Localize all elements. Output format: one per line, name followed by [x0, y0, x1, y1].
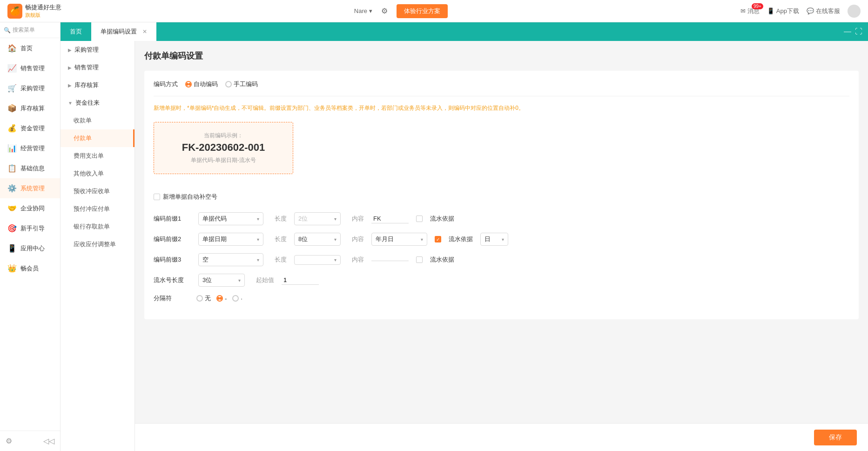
sidebar-item-vip[interactable]: 👑 畅会员	[0, 258, 60, 278]
sidebar-item-newguide-label: 新手引导	[20, 224, 45, 233]
manual-encoding-radio[interactable]: 手工编码	[225, 80, 258, 88]
sub-item-receipt[interactable]: 收款单	[61, 112, 135, 129]
bottom-bar: 保存	[135, 423, 868, 451]
arrow-capital-icon: ▼	[68, 101, 73, 106]
sub-item-prepay-payment[interactable]: 预付冲应付单	[61, 200, 135, 218]
app-download-button[interactable]: 📱 App下载	[767, 7, 799, 15]
prefix3-row: 编码前缀3 空 ▾ 长度 ▾ 内容	[154, 253, 849, 266]
page-content: 付款单编码设置 编码方式 自动编码	[135, 41, 868, 423]
sidebar-item-finance[interactable]: 💰 资金管理	[0, 118, 60, 138]
tab-bar: 首页 单据编码设置 ✕ — ⛶	[61, 22, 868, 41]
stream2-period-select[interactable]: 日 ▾	[480, 233, 508, 246]
sub-group-purchase: ▶ 采购管理	[61, 41, 135, 59]
tab-close-icon[interactable]: ✕	[142, 28, 147, 35]
stream1-label: 流水依据	[430, 215, 454, 223]
sidebar-item-operations-label: 经营管理	[20, 144, 45, 153]
sales-icon: 📈	[7, 64, 17, 73]
sub-header-inventory[interactable]: ▶ 库存核算	[61, 76, 135, 94]
serial-length-select[interactable]: 3位 ▾	[198, 274, 245, 287]
search-menu[interactable]: 🔍 搜索菜单	[0, 22, 60, 38]
auto-fill-checkbox[interactable]	[154, 194, 160, 200]
stream1-checkbox[interactable]	[416, 215, 423, 222]
length2-select[interactable]: 8位 ▾	[294, 233, 341, 246]
sidebar-item-system[interactable]: ⚙️ 系统管理	[0, 178, 60, 198]
sub-item-prepay-receivable[interactable]: 预收冲应收单	[61, 182, 135, 200]
sub-group-sales: ▶ 销售管理	[61, 59, 135, 76]
length3-label: 长度	[275, 256, 287, 264]
sub-item-expense[interactable]: 费用支出单	[61, 147, 135, 165]
settings-icon[interactable]: ⚙	[378, 5, 391, 18]
sub-item-other-income[interactable]: 其他收入单	[61, 165, 135, 182]
tab-home[interactable]: 首页	[61, 22, 91, 41]
auto-radio-circle	[185, 81, 192, 88]
serial-length-value: 3位	[202, 276, 212, 284]
sep-dash-radio-circle	[216, 295, 223, 302]
content2-label: 内容	[352, 235, 364, 243]
sub-header-sales[interactable]: ▶ 销售管理	[61, 59, 135, 76]
sidebar-item-sales-label: 销售管理	[20, 64, 45, 73]
content1-label: 内容	[352, 215, 364, 223]
sidebar-item-purchase-label: 采购管理	[20, 84, 45, 93]
sep-none-radio[interactable]: 无	[196, 294, 211, 303]
auto-encoding-radio[interactable]: 自动编码	[185, 80, 218, 88]
sidebar-item-inventory[interactable]: 📦 库存核算	[0, 98, 60, 118]
sidebar-item-purchase[interactable]: 🛒 采购管理	[0, 78, 60, 98]
sidebar-item-operations[interactable]: 📊 经营管理	[0, 138, 60, 158]
sub-header-sales-label: 销售管理	[74, 63, 99, 72]
sidebar-item-enterprise[interactable]: 🤝 企业协同	[0, 198, 60, 218]
sep-dot-value: ·	[241, 295, 242, 302]
page-title: 付款单编码设置	[144, 50, 859, 61]
tab-encoding[interactable]: 单据编码设置 ✕	[91, 22, 156, 41]
finance-icon: 💰	[7, 124, 17, 133]
info-text: 新增单据时，*单据编码*自动生成，不可编辑。前缀设置为部门、业务员等档案类，开单…	[154, 104, 849, 113]
content2-select[interactable]: 年月日 ▾	[371, 233, 427, 246]
sidebar-item-newguide[interactable]: 🎯 新手引导	[0, 218, 60, 238]
length3-chevron-icon: ▾	[334, 257, 336, 263]
sep-dot-radio[interactable]: ·	[232, 295, 242, 302]
sub-header-inventory-label: 库存核算	[74, 81, 99, 89]
purchase-icon: 🛒	[7, 84, 17, 93]
message-button[interactable]: ✉ 消息 99+	[740, 7, 760, 15]
sidebar-item-appcenter[interactable]: 📱 应用中心	[0, 238, 60, 258]
tab-maximize-icon[interactable]: ⛶	[855, 27, 862, 36]
sub-header-capital[interactable]: ▼ 资金往来	[61, 94, 135, 112]
sidebar-item-vip-label: 畅会员	[20, 264, 39, 273]
prefix3-value: 空	[202, 256, 209, 264]
sub-item-payment[interactable]: 付款单	[61, 129, 135, 147]
system-icon: ⚙️	[7, 184, 17, 193]
trial-button[interactable]: 体验行业方案	[397, 4, 448, 18]
newguide-icon: 🎯	[7, 224, 17, 233]
sidebar-item-home[interactable]: 🏠 首页	[0, 38, 60, 58]
sub-item-bank-deposit[interactable]: 银行存取款单	[61, 218, 135, 236]
sub-header-purchase[interactable]: ▶ 采购管理	[61, 41, 135, 59]
prefix1-row: 编码前缀1 单据代码 ▾ 长度 2位 ▾ 内容 FK	[154, 212, 849, 225]
sidebar-item-basic[interactable]: 📋 基础信息	[0, 158, 60, 178]
content3-value	[371, 259, 409, 261]
sidebar-settings-icon[interactable]: ⚙	[6, 437, 12, 445]
prefix1-select[interactable]: 单据代码 ▾	[198, 212, 263, 225]
prefix2-select[interactable]: 单据日期 ▾	[198, 233, 263, 246]
company-dropdown[interactable]: Nare ▾	[354, 7, 372, 14]
stream2-checkbox[interactable]: ✓	[435, 236, 441, 242]
sidebar-collapse-icon[interactable]: ◁◁	[43, 437, 54, 445]
app-label: App下载	[776, 7, 799, 15]
sidebar-item-sales[interactable]: 📈 销售管理	[0, 58, 60, 78]
online-service-button[interactable]: 💬 在线客服	[807, 7, 840, 15]
length1-select[interactable]: 2位 ▾	[294, 212, 341, 225]
sub-item-receivable-adjust[interactable]: 应收应付调整单	[61, 236, 135, 253]
avatar[interactable]	[848, 5, 861, 18]
sep-dash-radio[interactable]: -	[216, 295, 227, 302]
search-icon: 🔍	[4, 27, 11, 34]
tab-minimize-icon[interactable]: —	[844, 27, 851, 36]
prefix3-select[interactable]: 空 ▾	[198, 253, 263, 266]
prefix1-value: 单据代码	[202, 215, 227, 223]
length3-select[interactable]: ▾	[294, 255, 341, 265]
page-body: ▶ 采购管理 ▶ 销售管理 ▶ 库存核算	[61, 41, 868, 451]
start-value-input[interactable]: 1	[282, 276, 319, 285]
save-button[interactable]: 保存	[814, 430, 857, 445]
tab-home-label: 首页	[70, 27, 82, 36]
sep-dash-value: -	[225, 295, 227, 302]
encoding-radio-group: 自动编码 手工编码	[185, 80, 258, 88]
sidebar-item-finance-label: 资金管理	[20, 124, 45, 133]
stream3-checkbox[interactable]	[416, 256, 423, 263]
